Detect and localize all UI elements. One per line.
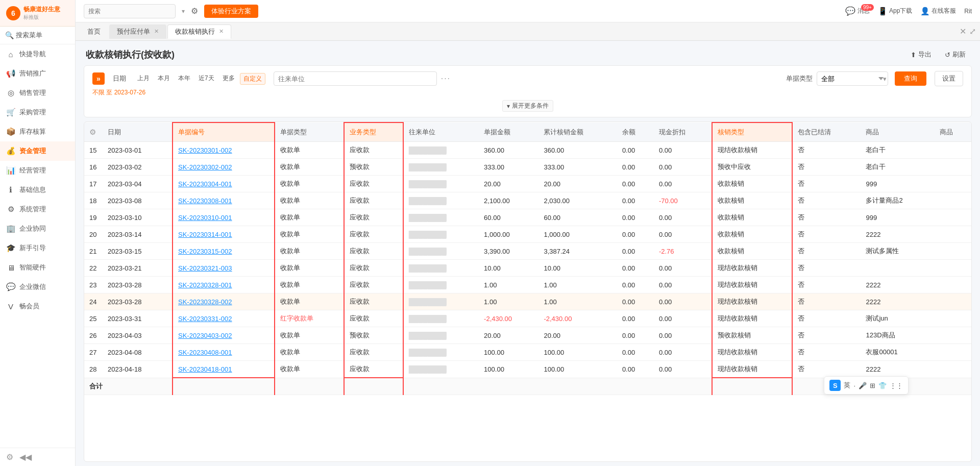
cell-discount: 0.00 [654,293,712,310]
tab-collection-close[interactable]: ✕ [219,28,224,35]
cell-no: 23 [84,277,103,293]
settings-icon[interactable]: ⚙ [6,452,13,462]
doc-no-link[interactable]: SK-20230302-002 [178,163,232,171]
cell-amount: 3,390.00 [479,243,538,260]
doc-no-link[interactable]: SK-20230403-002 [178,332,232,339]
online-service-button[interactable]: 👤 在线客服 [920,7,956,16]
tab-maximize-icon[interactable]: ⤢ [969,27,976,36]
sidebar-item-hardware[interactable]: 🖥 智能硬件 [0,258,75,277]
sidebar-item-finance[interactable]: 💰 资金管理 [0,141,75,161]
cell-unit: ████████ [403,243,479,260]
cell-goods: 测试jun [861,310,934,327]
tab-collection[interactable]: 收款核销执行 ✕ [167,24,231,39]
doc-no-link[interactable]: SK-20230328-002 [178,298,232,306]
app-download-button[interactable]: 📱 App下载 [878,7,912,16]
table-row: 24 2023-03-28 SK-20230328-002 收款单 应收款 ██… [84,293,971,310]
doc-no-link[interactable]: SK-20230314-001 [178,231,232,238]
col-goods: 商品 [861,122,934,142]
cell-total-cancel: 1.00 [538,277,617,293]
sidebar-item-quick-nav[interactable]: ⌂ 快捷导航 [0,44,75,64]
logo-icon: 6 [6,6,20,20]
col-date: 日期 [103,122,173,142]
export-button[interactable]: ⬆ 导出 [906,48,936,61]
watermark-mic-icon[interactable]: 🎤 [859,382,867,389]
query-button[interactable]: 查询 [895,71,926,86]
watermark-apps-icon[interactable]: ⋮⋮ [890,382,903,389]
sidebar-item-marketing[interactable]: 📢 营销推广 [0,64,75,83]
tabs-actions: ✕ ⤢ [960,27,976,36]
operations-icon: 📊 [6,166,15,175]
cell-goods: 999 [861,176,934,192]
filter-toggle-btn[interactable]: » [92,72,105,85]
cell-doc-type: 收款单 [275,361,344,378]
tab-prepay[interactable]: 预付应付单 ✕ [109,24,166,39]
doc-no-link[interactable]: SK-20230418-001 [178,365,232,373]
date-more[interactable]: 更多 [219,73,238,85]
watermark-dot-icon[interactable]: · [853,382,855,389]
topbar-dropdown-arrow[interactable]: ▾ [182,8,185,15]
date-7days[interactable]: 近7天 [195,73,217,85]
watermark-text-icon[interactable]: 英 [844,381,850,390]
cell-doc-type: 收款单 [275,159,344,176]
cell-incl-settled: 否 [792,293,861,310]
unit-more-icon[interactable]: ··· [441,74,451,83]
doc-no-link[interactable]: SK-20230304-001 [178,180,232,188]
doc-no-link[interactable]: SK-20230321-003 [178,264,232,272]
cell-unit: ████████ [403,277,479,293]
cell-unit: ████████ [403,327,479,344]
sidebar-item-member[interactable]: V 畅会员 [0,297,75,316]
expand-filter-button[interactable]: ▾ 展开更多条件 [502,100,553,112]
cell-cancel-type: 预收中应收 [712,159,792,176]
watermark-grid-icon[interactable]: ⊞ [870,382,875,389]
unit-input[interactable] [274,71,437,86]
cell-unit: ████████ [403,226,479,243]
floating-toolbar: S 英 · 🎤 ⊞ 👕 ⋮⋮ [824,376,909,395]
topbar-search-input[interactable] [84,4,176,18]
tab-close-all-icon[interactable]: ✕ [960,27,966,36]
date-prev-month[interactable]: 上月 [134,73,153,85]
solution-button[interactable]: 体验行业方案 [204,5,258,18]
sidebar-item-system[interactable]: ⚙ 系统管理 [0,200,75,219]
date-curr-year[interactable]: 本年 [175,73,193,85]
sidebar-item-enterprise[interactable]: 🏢 企业协同 [0,219,75,238]
watermark-shirt-icon[interactable]: 👕 [878,382,887,389]
sidebar-item-operations[interactable]: 📊 经营管理 [0,161,75,180]
message-button[interactable]: 💬 消息 99+ [845,6,870,16]
sidebar-item-purchase[interactable]: 🛒 采购管理 [0,103,75,122]
filter-settings-button[interactable]: 设置 [935,71,963,86]
sidebar-item-sales[interactable]: ◎ 销售管理 [0,83,75,103]
sidebar-item-guide[interactable]: 🎓 新手引导 [0,238,75,258]
type-select[interactable]: 全部 收款单 红字收款单 [817,71,888,86]
doc-no-link[interactable]: SK-20230301-002 [178,146,232,154]
topbar-gear-icon[interactable]: ⚙ [191,6,198,16]
tab-home[interactable]: 首页 [80,24,108,39]
col-gear: ⚙ [84,122,103,142]
cell-biz-type: 预收款 [344,159,403,176]
doc-no-link[interactable]: SK-20230315-002 [178,248,232,255]
total-cancel-type [712,378,792,395]
doc-no-link[interactable]: SK-20230408-001 [178,349,232,356]
cell-biz-type: 应收款 [344,260,403,277]
tab-prepay-close[interactable]: ✕ [154,28,159,35]
logo-text: 畅康道好生意 标推版 [23,5,60,21]
collapse-icon[interactable]: ◀◀ [19,452,32,462]
sidebar-item-inventory[interactable]: 📦 库存核算 [0,122,75,141]
sidebar-search[interactable]: 🔍 搜索菜单 [0,27,75,44]
date-custom[interactable]: 自定义 [240,73,265,85]
refresh-button[interactable]: ↺ 刷新 [941,48,970,61]
table-settings-icon[interactable]: ⚙ [89,128,96,136]
doc-no-link[interactable]: SK-20230331-002 [178,315,232,323]
doc-no-link[interactable]: SK-20230310-001 [178,214,232,222]
cell-total-cancel: 10.00 [538,260,617,277]
cell-goods2 [935,209,971,226]
doc-no-link[interactable]: SK-20230308-001 [178,197,232,205]
date-filter-label: 日期 [113,74,126,83]
sidebar-item-wechat[interactable]: 💬 企业微信 [0,277,75,297]
cell-total-cancel: 20.00 [538,327,617,344]
date-curr-month[interactable]: 本月 [155,73,173,85]
cell-doc-type: 收款单 [275,260,344,277]
sidebar-item-basic-info[interactable]: ℹ 基础信息 [0,180,75,200]
topbar: ▾ ⚙ 体验行业方案 💬 消息 99+ 📱 App下载 👤 在线客服 Rit [76,0,980,22]
doc-no-link[interactable]: SK-20230328-001 [178,281,232,289]
cell-doc-no: SK-20230408-001 [173,344,275,361]
